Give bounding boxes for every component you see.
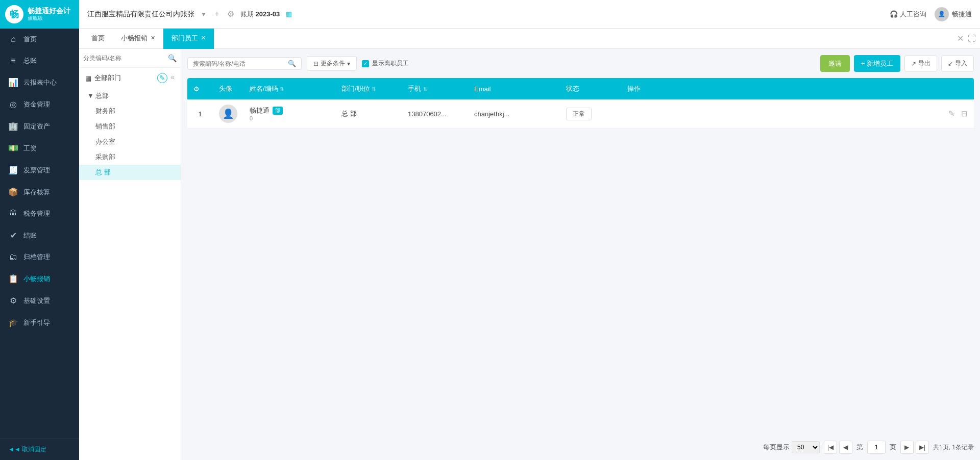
all-dept-header[interactable]: ▦ 全部部门 ✎ «: [79, 68, 181, 88]
prev-page-button[interactable]: ◀: [839, 441, 852, 454]
sidebar-label-inventory: 库存核算: [23, 188, 50, 197]
reports-icon: 📊: [8, 78, 18, 87]
logout-icon[interactable]: ⊟: [961, 109, 968, 118]
export-label: 导出: [918, 59, 930, 68]
tab-home[interactable]: 首页: [83, 29, 113, 49]
dept-child-finance[interactable]: 财务部: [79, 104, 181, 119]
topbar-add-icon[interactable]: ＋: [213, 9, 221, 19]
col-header-email: Email: [468, 78, 560, 99]
last-page-button[interactable]: ▶|: [916, 441, 929, 454]
user-name: 畅捷通: [952, 10, 972, 19]
sidebar-item-expense[interactable]: 📋 小畅报销: [0, 268, 79, 290]
avatar: 👤: [219, 105, 237, 123]
invite-button[interactable]: 邀请: [820, 55, 850, 72]
page-number-input[interactable]: [867, 441, 886, 454]
dept-child-headquarters[interactable]: 总 部: [79, 165, 181, 180]
app-name: 畅捷通好会计: [28, 7, 70, 15]
employee-table-wrap: ⚙ 头像 姓名/编码 ⇅ 部门/职位 ⇅: [187, 78, 974, 435]
sidebar-item-home[interactable]: ⌂ 首页: [0, 29, 79, 50]
per-page-select[interactable]: 50 10 20 100: [792, 441, 820, 453]
topbar: 江西服宝精品有限责任公司内账张 ▼ ＋ ⚙ 账期 2023-03 ▦ 🎧 人工咨…: [79, 0, 980, 29]
sidebar-item-archive[interactable]: 🗂 归档管理: [0, 246, 79, 268]
service-button[interactable]: 🎧 人工咨询: [890, 10, 926, 19]
dept-collapse-icon[interactable]: «: [170, 73, 175, 83]
sidebar-item-reports[interactable]: 📊 云报表中心: [0, 71, 79, 93]
sidebar-item-salary[interactable]: 💵 工资: [0, 137, 79, 159]
row-num: 1: [187, 99, 213, 129]
filter-button[interactable]: ⊟ 更多条件 ▾: [307, 56, 357, 71]
employee-search-input[interactable]: [193, 60, 285, 67]
export-button[interactable]: ↗ 导出: [904, 55, 937, 72]
app-logo: 畅 畅捷通好会计 旗舰版: [0, 0, 79, 29]
dept-child-purchase[interactable]: 采购部: [79, 149, 181, 165]
col-header-phone[interactable]: 手机 ⇅: [402, 78, 468, 99]
sidebar-item-assets[interactable]: 🏢 固定资产: [0, 115, 79, 137]
user-menu[interactable]: 👤 畅捷通: [935, 7, 972, 21]
headset-icon: 🎧: [890, 10, 898, 18]
tab-expense-close[interactable]: ✕: [151, 35, 155, 41]
sort-name-icon: ⇅: [280, 86, 284, 92]
dept-child-sales[interactable]: 销售部: [79, 119, 181, 134]
first-page-button[interactable]: |◀: [824, 441, 837, 454]
row-phone: 138070602...: [402, 99, 468, 129]
sidebar-toggle-label: ◄◄ 取消固定: [8, 445, 46, 454]
employee-table: ⚙ 头像 姓名/编码 ⇅ 部门/职位 ⇅: [187, 78, 974, 129]
tabs-actions: ✕ ⛶: [957, 34, 976, 43]
add-employee-button[interactable]: + 新增员工: [854, 55, 900, 72]
salary-icon: 💵: [8, 143, 18, 153]
tab-expense-label: 小畅报销: [121, 34, 148, 43]
col-header-settings[interactable]: ⚙: [187, 78, 213, 99]
pagination-bar: 每页显示 50 10 20 100 |◀ ◀ 第 页 ▶ ▶|: [187, 435, 974, 454]
home-icon: ⌂: [8, 35, 18, 44]
import-button[interactable]: ↙ 导入: [941, 55, 974, 72]
sidebar-item-inventory[interactable]: 📦 库存核算: [0, 181, 79, 203]
dept-child-office[interactable]: 办公室: [79, 134, 181, 149]
table-row: 1 👤 畅捷通 部 0: [187, 99, 974, 129]
dept-search-box: 🔍: [79, 49, 181, 68]
sort-phone-icon: ⇅: [423, 86, 427, 92]
sidebar-item-funds[interactable]: ◎ 资金管理: [0, 93, 79, 115]
col-header-dept[interactable]: 部门/职位 ⇅: [335, 78, 402, 99]
employee-search-icon[interactable]: 🔍: [288, 60, 296, 67]
sidebar-item-invoice[interactable]: 🧾 发票管理: [0, 159, 79, 181]
company-dropdown-icon[interactable]: ▼: [201, 11, 207, 18]
content-area: 🔍 ▦ 全部部门 ✎ « ▼ 总部 财务部 销售部 办公室 采购部 总 部: [79, 49, 980, 460]
sidebar-item-basic[interactable]: ⚙ 基础设置: [0, 290, 79, 312]
sidebar-item-guide[interactable]: 🎓 新手引导: [0, 312, 79, 334]
calendar-icon[interactable]: ▦: [286, 10, 292, 18]
edit-icon[interactable]: ✎: [948, 109, 955, 118]
col-header-name[interactable]: 姓名/编码 ⇅: [243, 78, 335, 99]
op-icons-group: ✎ ⊟: [627, 109, 968, 118]
sidebar-label-invoice: 发票管理: [23, 166, 50, 175]
sidebar-item-tax[interactable]: 🏛 税务管理: [0, 203, 79, 224]
assets-icon: 🏢: [8, 121, 18, 131]
dept-search-icon[interactable]: 🔍: [168, 54, 177, 62]
tab-expand-icon[interactable]: ⛶: [968, 34, 976, 43]
sidebar-label-basic: 基础设置: [23, 296, 50, 305]
show-resigned-checkbox[interactable]: ✓: [362, 60, 369, 67]
filter-label: 更多条件: [321, 59, 345, 68]
sidebar-label-tax: 税务管理: [23, 209, 50, 218]
inventory-icon: 📦: [8, 187, 18, 197]
export-icon: ↗: [911, 60, 916, 67]
tab-expense[interactable]: 小畅报销 ✕: [113, 29, 163, 49]
tab-close-icon[interactable]: ✕: [957, 34, 964, 43]
tabs-bar: 首页 小畅报销 ✕ 部门员工 ✕ ✕ ⛶: [79, 29, 980, 49]
checkout-icon: ✔: [8, 231, 18, 240]
topbar-settings-icon[interactable]: ⚙: [227, 9, 234, 19]
dept-header-actions: ✎ «: [157, 73, 175, 83]
dept-search-input[interactable]: [83, 55, 165, 62]
sidebar: 畅 畅捷通好会计 旗舰版 ⌂ 首页 ≡ 总账 📊 云报表中心 ◎ 资金管理 🏢 …: [0, 0, 79, 460]
dept-edit-icon[interactable]: ✎: [157, 73, 167, 83]
sidebar-item-ledger[interactable]: ≡ 总账: [0, 50, 79, 71]
toolbar-right: 邀请 + 新增员工 ↗ 导出 ↙ 导入: [820, 55, 974, 72]
tax-icon: 🏛: [8, 209, 18, 218]
next-page-button[interactable]: ▶: [900, 441, 914, 454]
sidebar-item-checkout[interactable]: ✔ 结账: [0, 224, 79, 246]
sidebar-toggle[interactable]: ◄◄ 取消固定: [0, 439, 79, 460]
tab-dept-staff[interactable]: 部门员工 ✕: [163, 29, 214, 49]
dept-parent-head[interactable]: ▼ 总部: [79, 88, 181, 104]
archive-icon: 🗂: [8, 252, 18, 262]
tab-dept-staff-close[interactable]: ✕: [201, 35, 206, 41]
show-resigned-toggle[interactable]: ✓ 显示离职员工: [362, 59, 409, 68]
